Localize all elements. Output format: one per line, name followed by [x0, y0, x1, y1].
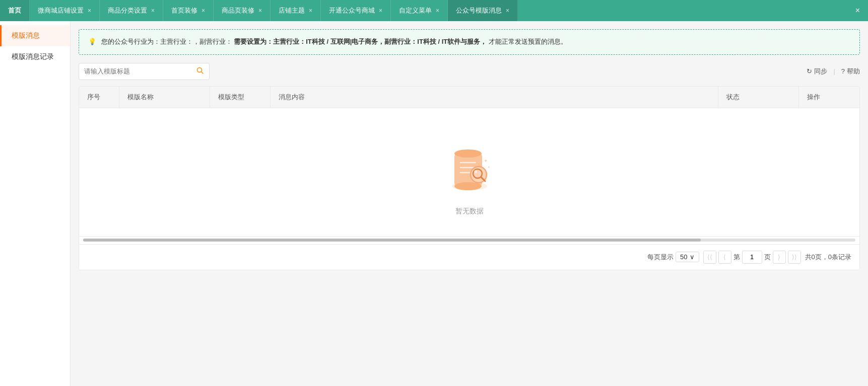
next-page-button[interactable]: ⟩ [773, 251, 786, 264]
page-nav: ⟨⟨ ⟨ 第 页 ⟩ ⟩⟩ [703, 251, 801, 264]
nav-tab-4-label: 商品页装修 [222, 6, 254, 15]
scrollbar-track[interactable] [83, 239, 855, 242]
empty-illustration: ✦ ✦ [439, 138, 500, 199]
search-input[interactable] [84, 67, 194, 75]
svg-point-4 [454, 149, 482, 158]
nav-tab-1-label: 微商城店铺设置 [38, 6, 84, 15]
page-unit: 页 [764, 253, 771, 262]
empty-text: 暂无数据 [455, 207, 484, 216]
pagination: 每页显示 50 ∨ ⟨⟨ ⟨ 第 页 ⟩ ⟩⟩ 共0页，0条记录 [79, 244, 859, 270]
notice-icon: 💡 [88, 37, 96, 47]
notice-suffix: 才能正常发送预置的消息。 [489, 38, 567, 45]
total-info: 共0页，0条记录 [805, 253, 851, 262]
help-icon: ? [841, 67, 845, 75]
nav-tab-6-label: 开通公众号商城 [329, 6, 375, 15]
nav-tab-8-label: 公众号模版消息 [456, 6, 502, 15]
nav-tab-8-close[interactable]: × [506, 7, 509, 14]
dropdown-arrow-icon: ∨ [690, 253, 695, 261]
svg-text:✦: ✦ [487, 165, 491, 170]
notice-banner: 💡 您的公众号行业为：主营行业：，副营行业： 需要设置为：主营行业：IT科技 /… [79, 29, 860, 55]
help-button[interactable]: ? 帮助 [841, 67, 860, 76]
nav-tab-1-close[interactable]: × [88, 7, 91, 14]
col-header-action: 操作 [799, 87, 859, 108]
search-input-wrap [79, 63, 210, 80]
sync-label: 同步 [814, 67, 827, 76]
nav-tab-3[interactable]: 首页装修 × [163, 0, 214, 21]
svg-point-12 [474, 170, 477, 173]
empty-state: ✦ ✦ 暂无数据 [79, 108, 859, 236]
notice-highlight: 需要设置为：主营行业：IT科技 / 互联网|电子商务，副营行业：IT科技 / I… [234, 38, 487, 45]
table-header: 序号 模版名称 模版类型 消息内容 状态 操作 [79, 87, 859, 108]
svg-text:✦: ✦ [484, 158, 488, 164]
notice-prefix: 您的公众号行业为：主营行业：，副营行业： [101, 38, 232, 45]
toolbar-divider: | [833, 67, 835, 75]
nav-tab-home[interactable]: 首页 [0, 0, 30, 21]
col-header-content: 消息内容 [271, 87, 718, 108]
col-header-status: 状态 [718, 87, 799, 108]
col-header-type: 模版类型 [210, 87, 271, 108]
search-button[interactable] [196, 66, 204, 76]
sidebar: 模版消息 模版消息记录 [0, 21, 71, 386]
nav-tab-4[interactable]: 商品页装修 × [214, 0, 271, 21]
top-nav: 首页 微商城店铺设置 × 商品分类设置 × 首页装修 × 商品页装修 × 店铺主… [0, 0, 868, 21]
sync-icon: ↻ [807, 67, 812, 75]
prev-page-button[interactable]: ⟨ [718, 251, 731, 264]
nav-tab-5-label: 店铺主题 [279, 6, 305, 15]
nav-tab-4-close[interactable]: × [258, 7, 262, 14]
nav-tab-5-close[interactable]: × [309, 7, 312, 14]
nav-tab-home-label: 首页 [8, 6, 21, 15]
col-header-name: 模版名称 [119, 87, 210, 108]
content-area: 💡 您的公众号行业为：主营行业：，副营行业： 需要设置为：主营行业：IT科技 /… [71, 21, 868, 386]
last-page-button[interactable]: ⟩⟩ [788, 251, 801, 264]
nav-tab-3-close[interactable]: × [202, 7, 205, 14]
nav-tab-1[interactable]: 微商城店铺设置 × [30, 0, 100, 21]
nav-tab-7-label: 自定义菜单 [399, 6, 432, 15]
scrollbar-thumb [83, 239, 701, 242]
sidebar-item-template-record[interactable]: 模版消息记录 [0, 46, 70, 67]
page-size-select: 每页显示 50 ∨ [647, 252, 699, 262]
nav-tab-6[interactable]: 开通公众号商城 × [321, 0, 391, 21]
main-layout: 模版消息 模版消息记录 💡 您的公众号行业为：主营行业：，副营行业： 需要设置为… [0, 21, 868, 386]
help-label: 帮助 [847, 67, 860, 76]
scrollbar-area [79, 236, 859, 244]
page-size-dropdown[interactable]: 50 ∨ [676, 252, 699, 262]
nav-tab-2-label: 商品分类设置 [108, 6, 147, 15]
close-all-button[interactable]: × [847, 6, 868, 15]
nav-tab-7[interactable]: 自定义菜单 × [391, 0, 448, 21]
svg-point-5 [454, 182, 482, 190]
svg-line-1 [202, 72, 204, 74]
data-table: 序号 模版名称 模版类型 消息内容 状态 操作 [79, 86, 860, 270]
nav-tab-8[interactable]: 公众号模版消息 × [448, 0, 518, 21]
page-input[interactable] [742, 251, 762, 264]
nav-tab-5[interactable]: 店铺主题 × [271, 0, 321, 21]
nav-tab-6-close[interactable]: × [379, 7, 382, 14]
page-size-label: 每页显示 [647, 253, 674, 262]
search-bar: ↻ 同步 | ? 帮助 [79, 63, 860, 80]
toolbar-right: ↻ 同步 | ? 帮助 [807, 67, 860, 76]
col-header-index: 序号 [79, 87, 119, 108]
first-page-button[interactable]: ⟨⟨ [703, 251, 716, 264]
sidebar-item-template-record-label: 模版消息记录 [12, 52, 54, 60]
nav-tab-2-close[interactable]: × [151, 7, 155, 14]
nav-tab-7-close[interactable]: × [436, 7, 439, 14]
page-size-value: 50 [680, 253, 687, 261]
nav-tab-2[interactable]: 商品分类设置 × [100, 0, 163, 21]
nav-tab-3-label: 首页装修 [171, 6, 197, 15]
sidebar-item-template-msg[interactable]: 模版消息 [0, 25, 70, 46]
page-label: 第 [733, 253, 740, 262]
sidebar-item-template-msg-label: 模版消息 [12, 31, 40, 39]
sync-button[interactable]: ↻ 同步 [807, 67, 827, 76]
